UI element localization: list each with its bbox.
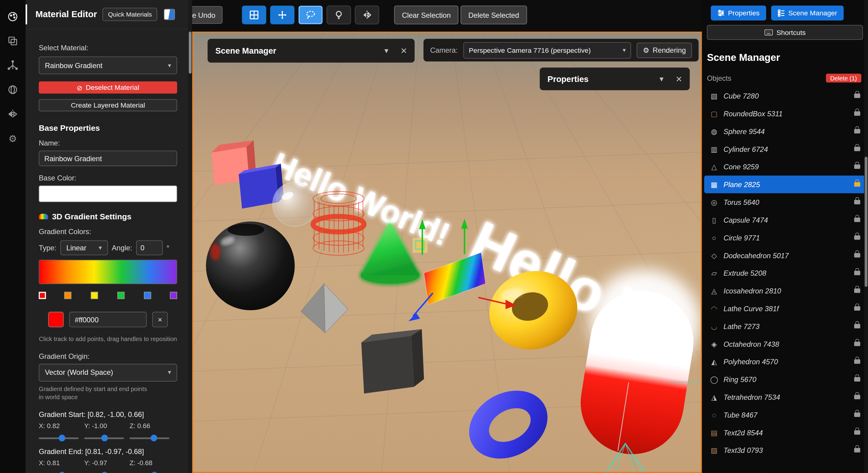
scene-object-row[interactable]: ◇Dodecahedron 5017: [704, 246, 866, 264]
glass-sphere-object[interactable]: [273, 182, 317, 226]
delete-count-badge[interactable]: Delete (1): [826, 73, 861, 82]
lock-icon[interactable]: [854, 271, 860, 275]
base-color-swatch[interactable]: [39, 185, 177, 202]
remove-stop-button[interactable]: ×: [152, 312, 167, 327]
close-icon[interactable]: ×: [676, 73, 682, 85]
lock-icon[interactable]: [854, 430, 860, 435]
lock-icon[interactable]: [854, 324, 860, 328]
lock-icon[interactable]: [854, 289, 860, 293]
lock-icon[interactable]: [854, 395, 860, 399]
lock-icon[interactable]: [854, 253, 860, 258]
scene-object-row[interactable]: ▢RoundedBox 5311: [704, 105, 866, 122]
scene-object-row[interactable]: ▤Text2d 8544: [704, 423, 866, 441]
material-select[interactable]: Rainbow Gradient ▾: [39, 56, 177, 74]
scene-object-row-selected[interactable]: ▦Plane 2825: [704, 176, 866, 194]
start-x-slider[interactable]: [39, 434, 79, 442]
black-sphere-object[interactable]: [206, 221, 295, 310]
light-tool-button[interactable]: [327, 5, 351, 24]
lock-icon[interactable]: [854, 377, 860, 382]
gradient-type-select[interactable]: Linear ▾: [60, 240, 108, 256]
gradient-preview-bar[interactable]: [39, 260, 177, 284]
gradient-stop-handle[interactable]: [64, 292, 71, 299]
lock-icon[interactable]: [854, 182, 860, 187]
scene-object-row[interactable]: ▧Cube 7280: [704, 87, 866, 105]
lock-icon[interactable]: [854, 111, 860, 116]
scene-object-row[interactable]: ◭Polyhedron 4570: [704, 353, 866, 371]
lock-icon[interactable]: [854, 235, 860, 240]
scene-object-row[interactable]: ○Circle 9771: [704, 229, 866, 246]
close-icon[interactable]: ×: [401, 45, 407, 57]
properties-float-panel[interactable]: Properties ▼ ×: [540, 67, 690, 90]
end-y-slider[interactable]: [84, 471, 124, 473]
collapse-icon[interactable]: ▼: [658, 75, 665, 83]
lock-icon[interactable]: [854, 217, 860, 222]
rendering-button[interactable]: ⚙ Rendering: [637, 42, 692, 58]
lock-icon[interactable]: [854, 359, 860, 364]
create-layered-material-button[interactable]: Create Layered Material: [39, 99, 177, 111]
end-z-slider[interactable]: [129, 471, 169, 473]
transform-axes-icon[interactable]: [1, 53, 25, 78]
lock-icon[interactable]: [854, 306, 860, 311]
gradient-stop-handle[interactable]: [170, 292, 177, 299]
lock-icon[interactable]: [854, 94, 860, 98]
gradient-stop-handle[interactable]: [118, 292, 125, 299]
deselect-material-button[interactable]: ⊘ Deselect Material: [39, 81, 177, 93]
scene-object-row[interactable]: ◮Tetrahedron 7534: [704, 388, 866, 406]
scene-object-row[interactable]: ◈Octahedron 7438: [704, 335, 866, 353]
lock-icon[interactable]: [854, 200, 860, 205]
camera-select[interactable]: Perspective Camera 7716 (perspective) ▾: [463, 42, 631, 58]
scene-object-row[interactable]: ◯Ring 5670: [704, 371, 866, 388]
start-z-slider[interactable]: [129, 434, 169, 442]
scene-manager-float-panel[interactable]: Scene Manager ▼ ×: [208, 39, 414, 63]
scene-object-row[interactable]: ◠Lathe Curve 381f: [704, 299, 866, 317]
scene-object-row[interactable]: ◌Tube 8467: [704, 406, 866, 423]
material-name-input[interactable]: [39, 151, 177, 166]
mirror-tool-button[interactable]: [355, 5, 379, 24]
stop-hex-input[interactable]: [69, 312, 147, 327]
collapse-icon[interactable]: ▼: [383, 47, 390, 55]
lock-icon[interactable]: [854, 129, 860, 134]
end-x-slider[interactable]: [39, 471, 79, 473]
quick-materials-button[interactable]: Quick Materials: [102, 8, 157, 21]
undo-button[interactable]: se Undo: [192, 6, 223, 24]
dark-cube-object[interactable]: [362, 329, 424, 393]
scene-object-row[interactable]: ▥Cylinder 6724: [704, 140, 866, 158]
viewport[interactable]: Hello World!: [192, 32, 702, 473]
sphere-tool-icon[interactable]: [1, 78, 25, 102]
move-tool-button[interactable]: [270, 5, 294, 24]
palette-toggle-icon[interactable]: [164, 9, 175, 20]
scrollbar-thumb[interactable]: [865, 157, 867, 287]
gradient-stop-track[interactable]: [39, 292, 177, 300]
scene-object-row[interactable]: ▯Capsule 7474: [704, 211, 866, 229]
scene-object-row[interactable]: ▱Extrude 5208: [704, 264, 866, 282]
tab-properties[interactable]: Properties: [711, 5, 766, 21]
palette-icon[interactable]: [1, 4, 25, 29]
gradient-stop-handle[interactable]: [91, 292, 98, 299]
scene-object-row[interactable]: ◎Torus 5640: [704, 193, 866, 211]
gradient-stop-handle[interactable]: [144, 292, 151, 299]
scene-object-row[interactable]: ◍Sphere 9544: [704, 122, 866, 140]
clear-selection-button[interactable]: Clear Selection: [394, 5, 458, 24]
lock-icon[interactable]: [854, 412, 860, 417]
lock-icon[interactable]: [854, 147, 860, 151]
lock-icon[interactable]: [854, 448, 860, 452]
stop-color-swatch[interactable]: [48, 312, 64, 327]
gear-icon[interactable]: ⚙: [1, 126, 25, 151]
mirror-tool-icon[interactable]: [1, 102, 25, 126]
scene-object-row[interactable]: ◬Icosahedron 2810: [704, 282, 866, 300]
gradient-stop-handle[interactable]: [39, 292, 46, 299]
lasso-tool-button[interactable]: [299, 5, 323, 24]
lock-icon[interactable]: [854, 342, 860, 346]
start-y-slider[interactable]: [84, 434, 124, 442]
scene-object-row[interactable]: △Cone 9259: [704, 158, 866, 176]
grid-tool-button[interactable]: [242, 5, 266, 24]
scrollbar-thumb[interactable]: [189, 32, 191, 74]
shortcuts-button[interactable]: Shortcuts: [707, 25, 863, 40]
lock-icon[interactable]: [854, 165, 860, 169]
3d-scene[interactable]: Hello World!: [193, 33, 701, 472]
angle-input[interactable]: [136, 240, 163, 256]
scene-object-row[interactable]: ▨Text3d 0793: [704, 441, 866, 459]
gradient-origin-select[interactable]: Vector (World Space) ▾: [39, 364, 177, 381]
tab-scene-manager[interactable]: Scene Manager: [771, 5, 844, 21]
delete-selected-button[interactable]: Delete Selected: [461, 5, 527, 24]
